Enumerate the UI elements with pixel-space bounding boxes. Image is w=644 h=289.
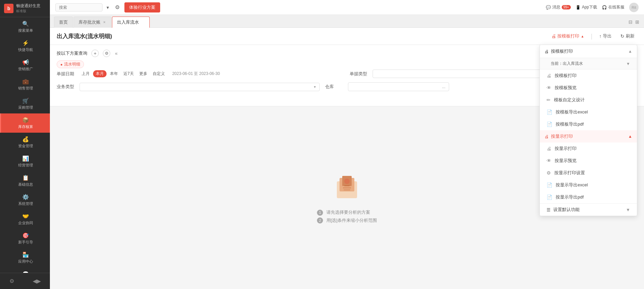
date-7days-button[interactable]: 近7天 bbox=[121, 70, 136, 77]
dropdown-display-arrow[interactable]: ▲ bbox=[628, 134, 632, 139]
topbar-dropdown-button[interactable]: ▾ bbox=[105, 4, 110, 11]
dropdown-close-arrow[interactable]: ▲ bbox=[628, 49, 632, 54]
sidebar-item-system[interactable]: ⚙️ 系统管理 bbox=[0, 190, 50, 210]
sidebar-item-label: 库存核算 bbox=[18, 124, 33, 129]
date-more-button[interactable]: 更多 bbox=[137, 70, 149, 77]
dropdown-template-custom[interactable]: ✏ 模板自定义设计 bbox=[540, 94, 637, 106]
hint1-num: 1 bbox=[317, 210, 323, 216]
svg-point-3 bbox=[344, 179, 350, 184]
settings-icon-bottom: ☰ bbox=[547, 207, 551, 212]
dropdown-display-pdf[interactable]: 📄 按显示导出pdf bbox=[540, 191, 637, 203]
dropdown-template-print[interactable]: 🖨 按模板打印 bbox=[540, 70, 637, 82]
dropdown-template-pdf[interactable]: 📄 按模板导出pdf bbox=[540, 118, 637, 130]
sidebar-item-label: 经营管理 bbox=[18, 163, 33, 168]
dropdown-display-section[interactable]: 🖨 按显示打印 ▲ bbox=[540, 130, 637, 142]
tab-batch-close[interactable]: × bbox=[103, 20, 106, 25]
handshake-icon: 🤝 bbox=[22, 213, 29, 219]
sidebar-item-purchase[interactable]: 🛒 采购管理 bbox=[0, 94, 50, 113]
tab-minimize-button[interactable]: ⊟ bbox=[628, 19, 633, 25]
sidebar-settings-button[interactable]: ⚙ bbox=[7, 277, 17, 286]
excel-icon: 📄 bbox=[547, 109, 552, 115]
sidebar-item-operations[interactable]: 📊 经营管理 bbox=[0, 152, 50, 171]
gear-icon-disp: ⚙ bbox=[547, 170, 551, 176]
edit-icon: ✏ bbox=[547, 97, 551, 103]
dropdown-display-print[interactable]: 🖨 按显示打印 bbox=[540, 142, 637, 155]
dropdown-current-arrow: ▼ bbox=[626, 61, 630, 66]
svg-rect-6 bbox=[344, 189, 350, 190]
message-button[interactable]: 💬 消息 99+ bbox=[546, 4, 571, 10]
sidebar-item-finance[interactable]: 💰 资金管理 bbox=[0, 133, 50, 152]
sidebar-item-wechat[interactable]: 💬 企业微信 bbox=[0, 267, 50, 273]
filter-add-button[interactable]: + bbox=[91, 50, 99, 57]
eye-icon: 👁 bbox=[547, 85, 551, 90]
filter-label: 按以下方案查询 bbox=[57, 50, 87, 56]
tab-batch[interactable]: 库存批次账 × bbox=[74, 17, 111, 28]
pdf-icon: 📄 bbox=[547, 122, 552, 127]
tab-expand-button[interactable]: ⊞ bbox=[635, 19, 640, 25]
export-button[interactable]: ↑ 导出 bbox=[596, 32, 614, 41]
online-service-button[interactable]: 🎧 在线客服 bbox=[602, 4, 624, 10]
export-label: 导出 bbox=[603, 33, 612, 39]
filter-collapse-button[interactable]: « bbox=[114, 50, 118, 57]
tab-home-label: 首页 bbox=[59, 19, 68, 25]
empty-hint-2: 2 用[选]条件来缩小分析范围 bbox=[317, 216, 377, 224]
dropdown-title: 🖨 按模板打印 bbox=[545, 48, 573, 54]
industry-solution-button[interactable]: 体验行业方案 bbox=[124, 2, 160, 12]
dropdown-display-preview[interactable]: 👁 按显示预览 bbox=[540, 155, 637, 167]
user-avatar[interactable]: Rit bbox=[629, 3, 639, 12]
date-custom-button[interactable]: 自定义 bbox=[151, 70, 167, 77]
filter-warehouse-select[interactable]: ... bbox=[348, 82, 449, 91]
message-icon: 💬 bbox=[546, 5, 551, 10]
date-last-month-button[interactable]: 上月 bbox=[80, 70, 92, 77]
topbar-search-input[interactable] bbox=[55, 3, 103, 11]
chevron-up-icon: ▲ bbox=[581, 34, 584, 38]
sidebar-item-sales[interactable]: 💼 销售管理 bbox=[0, 75, 50, 94]
warehouse-more-icon[interactable]: ... bbox=[442, 84, 445, 89]
filter-tag-flow[interactable]: ● 流水明细 bbox=[57, 60, 84, 68]
filter-warehouse-label: 仓库 bbox=[325, 84, 345, 90]
filter-business-select[interactable]: ▾ bbox=[80, 83, 320, 91]
filter-doc-type-label: 单据类型 bbox=[350, 71, 370, 77]
filter-business-label: 业务类型 bbox=[57, 84, 77, 90]
tab-flow-label: 出入库流水 bbox=[117, 19, 139, 25]
sidebar-item-basics[interactable]: 📋 基础信息 bbox=[0, 171, 50, 190]
template-print-button[interactable]: 🖨 按模板打印 ▲ bbox=[549, 32, 587, 41]
user-name: Rit bbox=[632, 5, 636, 9]
logo-sub: 标准版 bbox=[16, 9, 40, 14]
tabbar: 首页 库存批次账 × 出入库流水 × ⊟ ⊞ bbox=[50, 15, 644, 28]
sidebar-item-shortcut[interactable]: ⚡ 快捷导航 bbox=[0, 36, 50, 56]
filter-date-field: 单据日期 上月 本月 本年 近7天 更多 自定义 2023-06-01 至 20… bbox=[57, 70, 344, 77]
action-divider: | bbox=[591, 33, 592, 40]
tab-home[interactable]: 首页 bbox=[54, 17, 73, 28]
briefcase-icon: 💼 bbox=[22, 78, 29, 85]
chart-icon: 📊 bbox=[22, 155, 29, 162]
date-this-month-button[interactable]: 本月 bbox=[93, 70, 107, 77]
sidebar-item-inventory[interactable]: 📦 库存核算 bbox=[0, 113, 50, 133]
sidebar-item-marketing[interactable]: 📢 营销推广 bbox=[0, 56, 50, 75]
sidebar-item-search[interactable]: 🔍 搜索菜单 bbox=[0, 17, 50, 36]
sidebar-item-guide[interactable]: 🎯 新手引导 bbox=[0, 229, 50, 248]
sidebar-item-cooperation[interactable]: 🤝 企业协同 bbox=[0, 210, 50, 229]
dropdown-template-preview[interactable]: 👁 按模板预览 bbox=[540, 82, 637, 94]
svg-rect-4 bbox=[344, 185, 350, 186]
topbar-settings-button[interactable]: ⚙ bbox=[113, 3, 122, 11]
sidebar-item-appstore[interactable]: 🏪 应用中心 bbox=[0, 248, 50, 267]
tab-flow[interactable]: 出入库流水 × bbox=[112, 17, 150, 28]
tab-flow-close[interactable]: × bbox=[141, 20, 145, 25]
sidebar-collapse-button[interactable]: ◀▶ bbox=[30, 277, 43, 286]
dropdown-display-settings[interactable]: ⚙ 按显示打印设置 bbox=[540, 167, 637, 179]
main-area: ▾ ⚙ 体验行业方案 💬 消息 99+ 📱 App下载 🎧 在线客服 bbox=[50, 0, 644, 289]
dropdown-current-item[interactable]: 当前：出入库流水 ▼ bbox=[540, 58, 637, 70]
eye-icon-disp: 👁 bbox=[547, 158, 551, 163]
dropdown-template-excel[interactable]: 📄 按模板导出excel bbox=[540, 106, 637, 118]
filter-settings-button[interactable]: ⚙ bbox=[103, 50, 110, 57]
dropdown-default-setting[interactable]: ☰ 设置默认功能 ▼ bbox=[540, 203, 637, 216]
app-download-button[interactable]: 📱 App下载 bbox=[576, 4, 597, 10]
tab-batch-label: 库存批次账 bbox=[79, 19, 100, 25]
sidebar-item-label: 新手引导 bbox=[18, 240, 33, 245]
dropdown-display-excel[interactable]: 📄 按显示导出excel bbox=[540, 179, 637, 191]
date-this-year-button[interactable]: 本年 bbox=[108, 70, 120, 77]
page-title: 出入库流水(流水明细) bbox=[57, 32, 112, 44]
excel-icon-disp: 📄 bbox=[547, 182, 552, 188]
refresh-button[interactable]: ↻ 刷新 bbox=[618, 32, 637, 41]
